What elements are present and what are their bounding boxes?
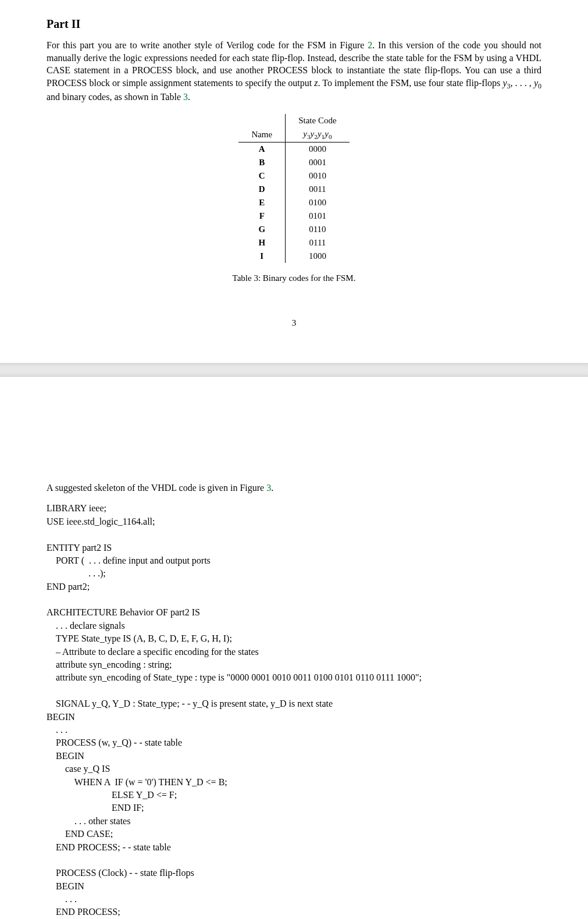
skeleton-lead: A suggested skeleton of the VHDL code is… <box>47 482 541 494</box>
bit-y: y <box>318 129 322 138</box>
intro-paragraph: For this part you are to write another s… <box>47 39 541 104</box>
cell-name: G <box>238 223 285 236</box>
col-bits-header: y3y2y1y0 <box>286 127 350 143</box>
cell-code: 0101 <box>286 209 350 223</box>
table-row: D0011 <box>238 183 349 196</box>
text: A suggested skeleton of the VHDL code is… <box>47 483 266 493</box>
cell-name: D <box>238 183 285 196</box>
cell-code: 0100 <box>286 196 350 209</box>
cell-code: 0010 <box>286 169 350 183</box>
page-separator <box>0 363 588 377</box>
col-name-header: Name <box>238 127 285 143</box>
table-3-ref: 3 <box>183 92 188 102</box>
cell-code: 1000 <box>286 250 350 263</box>
text: For this part you are to write another s… <box>47 40 368 50</box>
cell-name: A <box>238 142 285 156</box>
cell-code: 0111 <box>286 236 350 250</box>
text: . To implement the FSM, use four state f… <box>318 78 503 88</box>
table-row: B0001 <box>238 156 349 169</box>
page-2: A suggested skeleton of the VHDL code is… <box>0 377 588 919</box>
cell-name: H <box>238 236 285 250</box>
part-title: Part II <box>47 17 541 31</box>
col-name-blank <box>238 114 285 127</box>
var-y3: y <box>503 78 507 88</box>
cell-code: 0011 <box>286 183 350 196</box>
table-header-row-1: State Code <box>238 114 349 127</box>
table-row: A0000 <box>238 142 349 156</box>
text: and binary codes, as shown in Table <box>47 92 183 102</box>
page-1: Part II For this part you are to write a… <box>0 0 588 363</box>
cell-name: C <box>238 169 285 183</box>
vhdl-code-skeleton: LIBRARY ieee; USE ieee.std_logic_1164.al… <box>47 502 541 919</box>
cell-name: I <box>238 250 285 263</box>
table-row: G0110 <box>238 223 349 236</box>
cell-name: E <box>238 196 285 209</box>
page-number: 3 <box>47 318 541 328</box>
state-code-table: State Code Name y3y2y1y0 A0000 B0001 C00… <box>238 114 349 263</box>
text: . <box>188 92 190 102</box>
text: , . . . , <box>511 78 534 88</box>
table-row: E0100 <box>238 196 349 209</box>
sub-0: 0 <box>538 82 541 90</box>
table-header-row-2: Name y3y2y1y0 <box>238 127 349 143</box>
table-row: F0101 <box>238 209 349 223</box>
bit-y: y <box>303 129 307 138</box>
col-statecode-header: State Code <box>286 114 350 127</box>
table-row: H0111 <box>238 236 349 250</box>
table-3-caption: Table 3: Binary codes for the FSM. <box>47 273 541 283</box>
bit-sub: 0 <box>329 133 332 140</box>
top-margin <box>47 394 541 482</box>
table-row: I1000 <box>238 250 349 263</box>
figure-3-ref: 3 <box>266 483 271 493</box>
bit-y: y <box>325 129 329 138</box>
table-row: C0010 <box>238 169 349 183</box>
var-y0: y <box>534 78 538 88</box>
cell-code: 0001 <box>286 156 350 169</box>
cell-name: F <box>238 209 285 223</box>
text: . <box>271 483 273 493</box>
cell-name: B <box>238 156 285 169</box>
cell-code: 0000 <box>286 142 350 156</box>
cell-code: 0110 <box>286 223 350 236</box>
